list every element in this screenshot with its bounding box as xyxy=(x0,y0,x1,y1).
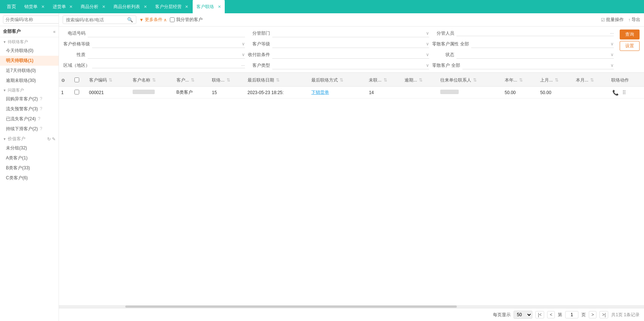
nav-sales[interactable]: 销货单 ✕ xyxy=(21,0,48,13)
my-customers-checkbox[interactable] xyxy=(170,17,175,22)
help-icon-declining: ? xyxy=(40,126,42,131)
col-last-method[interactable]: 最后联络方式 ⇅ xyxy=(309,74,367,87)
col-contact-count[interactable]: 联络... ⇅ xyxy=(210,74,245,87)
col-this-year[interactable]: 本年... ⇅ xyxy=(503,74,538,87)
sidebar-item-ungrouped[interactable]: 未分组(32) xyxy=(0,143,59,153)
total-records: 共1页 1条记录 xyxy=(611,312,640,318)
filter-retail-arrow: ∨ xyxy=(610,63,614,68)
filter-nature-select[interactable]: ∨ xyxy=(88,51,245,59)
nav-sales-close[interactable]: ✕ xyxy=(41,4,45,9)
nav-customer-contact-close[interactable]: ✕ xyxy=(218,4,221,9)
sidebar-all-customers[interactable]: 全部客户 « xyxy=(0,26,59,37)
filter-phone-label: 电话号码 xyxy=(63,30,85,37)
filter-nature-label: 性质 xyxy=(63,52,85,58)
page-size-select[interactable]: 50 100 200 xyxy=(514,311,532,319)
sidebar-item-declining[interactable]: 持续下滑客户(2) ? xyxy=(0,124,59,134)
filter-customer-type: 客户类型 ∨ xyxy=(248,62,430,69)
page-unit: 页 xyxy=(581,312,586,318)
sidebar-group-value: 价值客户 ↻ ✎ xyxy=(0,134,59,143)
export-icon: ↑ xyxy=(628,17,630,23)
nav-customer-tier-close[interactable]: ✕ xyxy=(185,4,188,9)
nav-home[interactable]: 首页 xyxy=(3,0,20,13)
col-code[interactable]: 客户编码 ⇅ xyxy=(87,74,131,87)
content-area: 🔍 ▼ 更多条件 ∧ 我分管的客户 ☑ 批量操作 ↑ 导出 xyxy=(59,13,644,321)
last-page-button[interactable]: >| xyxy=(599,311,608,318)
col-not-contacted[interactable]: 未联... ⇅ xyxy=(367,74,402,87)
nav-goods-list-close[interactable]: ✕ xyxy=(144,4,147,9)
last-method-link[interactable]: 下销货单 xyxy=(311,90,329,95)
nav-customer-contact[interactable]: 客户联络 ✕ xyxy=(193,0,225,13)
col-settings[interactable]: ⚙ xyxy=(59,74,72,87)
filter-customer-level-select[interactable]: ∨ xyxy=(272,40,430,48)
action-phone-icon[interactable]: 📞 xyxy=(612,90,619,96)
sidebar-item-lost[interactable]: 已流失客户(24) ? xyxy=(0,114,59,124)
scroll-thumb[interactable] xyxy=(125,306,457,308)
help-icon-lost: ? xyxy=(38,116,41,121)
more-filters-button[interactable]: ▼ 更多条件 ∧ xyxy=(139,17,167,23)
main-search-input[interactable] xyxy=(66,17,126,23)
batch-ops-button[interactable]: ☑ 批量操作 xyxy=(601,17,624,23)
filter-retail-attr-select[interactable]: ∨ xyxy=(471,40,614,48)
nav-goods-analysis-close[interactable]: ✕ xyxy=(102,4,105,9)
sidebar-item-lost-warning[interactable]: 流失预警客户(3) ? xyxy=(0,104,59,114)
export-button[interactable]: ↑ 导出 xyxy=(628,17,640,23)
filter-manager-dots[interactable]: ··· xyxy=(610,31,614,36)
nav-purchase[interactable]: 进货单 ✕ xyxy=(49,0,77,13)
col-overdue[interactable]: 逾期... ⇅ xyxy=(402,74,438,87)
sidebar-item-tomorrow[interactable]: 明天待联络(1) xyxy=(0,56,59,66)
sidebar-item-overdue[interactable]: 逾期未联络(30) xyxy=(0,76,59,86)
row-company-contact xyxy=(438,87,503,99)
main-search-icon[interactable]: 🔍 xyxy=(127,17,133,23)
select-all-checkbox[interactable] xyxy=(74,77,79,82)
sidebar-item-class-c[interactable]: C类客户(6) xyxy=(0,173,59,183)
col-last-month[interactable]: 上月... ⇅ xyxy=(538,74,574,87)
col-type[interactable]: 客户... ⇅ xyxy=(174,74,210,87)
row-this-year: 50.00 xyxy=(503,87,538,99)
filter-payment-select[interactable]: ∨ xyxy=(272,51,430,59)
sidebar-item-week[interactable]: 近7天待联络(0) xyxy=(0,66,59,76)
first-page-button[interactable]: |< xyxy=(535,311,544,318)
sidebar-item-class-a[interactable]: A类客户(1) xyxy=(0,153,59,163)
filter-dept-select[interactable]: ∨ xyxy=(272,30,430,37)
toolbar: 🔍 ▼ 更多条件 ∧ 我分管的客户 ☑ 批量操作 ↑ 导出 xyxy=(59,13,644,27)
sidebar-item-class-b[interactable]: B类客户(33) xyxy=(0,163,59,173)
nav-purchase-close[interactable]: ✕ xyxy=(69,4,73,9)
row-checkbox-cell[interactable] xyxy=(72,87,87,99)
nav-goods-list[interactable]: 商品分析列表 ✕ xyxy=(110,0,151,13)
filter-status-select[interactable]: ∨ xyxy=(456,51,614,59)
nav-customer-tier[interactable]: 客户分层经营 ✕ xyxy=(151,0,192,13)
action-more-icon[interactable]: ⠿ xyxy=(622,90,626,96)
row-last-method[interactable]: 下销货单 xyxy=(309,87,367,99)
filter-retail-select[interactable]: ∨ xyxy=(462,62,614,69)
horizontal-scrollbar[interactable] xyxy=(59,305,644,308)
query-button[interactable]: 查询 xyxy=(620,30,640,39)
col-checkbox[interactable] xyxy=(72,74,87,87)
filter-price-level-label: 客户价格等级 xyxy=(63,41,90,47)
row-index: 1 xyxy=(59,87,72,99)
col-company-contact[interactable]: 往来单位联系人 ⇅ xyxy=(438,74,503,87)
filter-arrow-icon: ∧ xyxy=(164,17,167,23)
filter-actions: 查询 设置 xyxy=(620,30,640,51)
filter-manager: 分管人员 ··· xyxy=(432,30,614,37)
set-button[interactable]: 设置 xyxy=(620,41,640,51)
filter-payment: 收付款条件 ∨ xyxy=(248,51,430,59)
sort-icon-contact: ⇅ xyxy=(227,77,230,83)
page-input[interactable] xyxy=(565,311,578,318)
col-last-date[interactable]: 最后联络日期 ⇅ xyxy=(245,74,309,87)
sidebar-item-repurchase[interactable]: 回购异常客户(2) ? xyxy=(0,94,59,104)
sidebar-item-today[interactable]: 今天待联络(0) xyxy=(0,46,59,56)
sort-icon-last-method: ⇅ xyxy=(340,77,343,83)
table-row: 1 000021 B类客户 15 2023-05-23 18:25: 下销货单 … xyxy=(59,87,644,99)
filter-price-level-select[interactable]: ∨ xyxy=(92,40,245,48)
filter-region-dots[interactable]: ··· xyxy=(241,63,245,68)
my-customers-checkbox-area[interactable]: 我分管的客户 xyxy=(170,17,203,23)
filter-customer-type-select[interactable]: ∨ xyxy=(272,62,430,69)
filter-phone-input[interactable] xyxy=(88,30,245,37)
sidebar-search-input[interactable] xyxy=(3,15,59,24)
nav-goods-analysis[interactable]: 商品分析 ✕ xyxy=(77,0,109,13)
next-page-button[interactable]: > xyxy=(589,311,596,318)
col-this-month[interactable]: 本月... ⇅ xyxy=(574,74,609,87)
row-checkbox[interactable] xyxy=(74,90,79,94)
prev-page-button[interactable]: < xyxy=(547,311,555,318)
col-name[interactable]: 客户名称 ⇅ xyxy=(130,74,174,87)
